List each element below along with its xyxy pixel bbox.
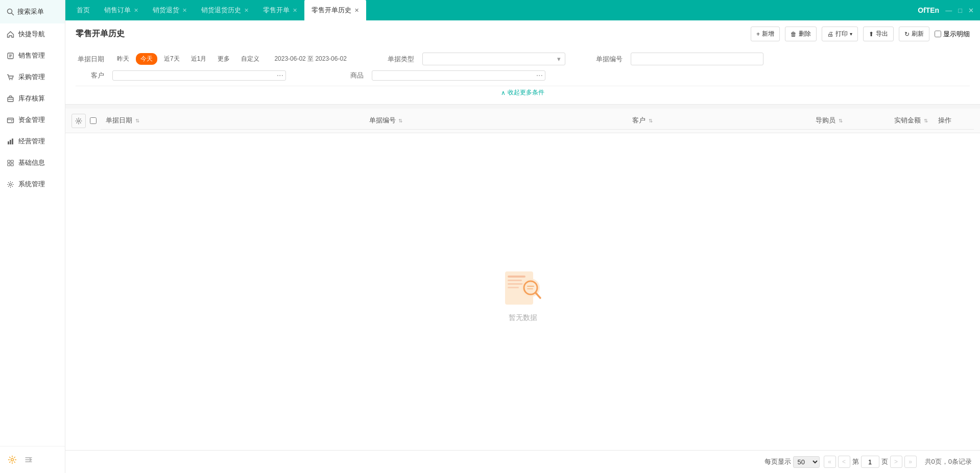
collapse-more-filters[interactable]: ∧ 收起更多条件 — [76, 86, 970, 99]
date-btn-yesterday[interactable]: 昨天 — [112, 53, 134, 65]
add-icon: + — [756, 31, 760, 38]
gear-icon — [6, 180, 14, 188]
table-wrapper: 单据日期 ⇅ 单据编号 ⇅ 客户 ⇅ — [65, 109, 980, 473]
col-action-label: 操作 — [938, 116, 951, 124]
refresh-button[interactable]: ↻ 刷新 — [899, 27, 929, 41]
per-page-label: 每页显示 — [764, 457, 791, 466]
svg-rect-17 — [8, 163, 10, 166]
sort-amount-icon[interactable]: ⇅ — [924, 118, 928, 123]
col-action: 操作 — [933, 112, 974, 130]
sort-number-icon[interactable]: ⇅ — [398, 118, 402, 123]
svg-rect-16 — [11, 160, 13, 163]
table-settings-icon[interactable] — [71, 114, 86, 128]
box-icon — [6, 94, 14, 103]
sort-customer-icon[interactable]: ⇅ — [649, 118, 653, 123]
product-filter-select[interactable]: ··· — [372, 70, 545, 81]
sidebar-search[interactable]: 搜索采单 — [0, 0, 65, 23]
sidebar-bottom — [0, 446, 65, 473]
chart-icon — [6, 137, 14, 145]
tab-label: 销货退货历史 — [201, 6, 241, 15]
window-minimize-icon[interactable]: — — [945, 7, 952, 14]
page-number-input[interactable] — [861, 456, 879, 468]
collapse-label: 收起更多条件 — [508, 88, 544, 97]
sidebar-item-purchase[interactable]: 采购管理 — [0, 66, 65, 88]
print-button[interactable]: 🖨 打印 ▾ — [822, 27, 858, 41]
tab-close-icon[interactable]: ✕ — [354, 7, 359, 14]
total-info: 共0页，0条记录 — [925, 457, 972, 466]
tab-close-icon[interactable]: ✕ — [134, 7, 138, 14]
sidebar-item-inventory[interactable]: 库存核算 — [0, 88, 65, 109]
page-header: 零售开单历史 + 新增 🗑 删除 🖨 打印 ▾ — [65, 20, 980, 105]
add-label: 新增 — [762, 30, 774, 38]
sort-guide-icon[interactable]: ⇅ — [839, 118, 843, 123]
collapse-sidebar-icon[interactable] — [22, 454, 35, 466]
last-page-btn[interactable]: » — [904, 456, 917, 468]
content-area: 零售开单历史 + 新增 🗑 删除 🖨 打印 ▾ — [65, 20, 980, 473]
sidebar-item-ops[interactable]: 经营管理 — [0, 131, 65, 152]
date-btn-more[interactable]: 更多 — [213, 53, 234, 65]
pagination-nav: « < 第 页 > » — [824, 456, 917, 468]
customer-select-value — [113, 73, 275, 78]
svg-rect-18 — [11, 163, 13, 166]
window-maximize-icon[interactable]: □ — [958, 7, 962, 14]
collapse-arrow-icon: ∧ — [501, 89, 506, 96]
add-button[interactable]: + 新增 — [751, 27, 780, 41]
per-page-selector: 每页显示 50 100 200 — [764, 456, 820, 468]
tab-close-icon[interactable]: ✕ — [244, 7, 249, 14]
select-all-checkbox[interactable] — [90, 117, 97, 124]
display-detail-toggle[interactable]: 显示明细 — [935, 30, 970, 39]
date-btn-7days[interactable]: 近7天 — [159, 53, 184, 65]
customer-filter-select[interactable]: ··· — [112, 70, 286, 81]
sidebar-item-sales[interactable]: 销售管理 — [0, 45, 65, 66]
settings-bottom-icon[interactable] — [6, 454, 18, 466]
number-filter-input[interactable] — [631, 53, 763, 65]
sort-date-icon[interactable]: ⇅ — [135, 118, 139, 123]
empty-state: 暂无数据 — [65, 133, 980, 450]
empty-text: 暂无数据 — [509, 313, 537, 322]
export-button[interactable]: ⬆ 导出 — [863, 27, 894, 41]
svg-line-32 — [536, 293, 540, 298]
svg-point-7 — [11, 79, 12, 80]
sidebar-item-finance[interactable]: 资金管理 — [0, 109, 65, 131]
export-icon: ⬆ — [869, 31, 874, 38]
tab-sales-return[interactable]: 销货退货 ✕ — [146, 0, 194, 20]
display-detail-checkbox[interactable] — [935, 31, 941, 37]
sidebar-item-label: 快捷导航 — [18, 30, 45, 39]
delete-button[interactable]: 🗑 删除 — [785, 27, 817, 41]
svg-rect-28 — [508, 283, 524, 285]
number-filter-label: 单据编号 — [594, 55, 623, 64]
tab-sales-order[interactable]: 销售订单 ✕ — [97, 0, 146, 20]
sidebar-item-basic[interactable]: 基础信息 — [0, 152, 65, 173]
tab-sales-return-history[interactable]: 销货退货历史 ✕ — [194, 0, 256, 20]
sidebar-item-quick-nav[interactable]: 快捷导航 — [0, 23, 65, 45]
export-label: 导出 — [876, 30, 888, 38]
tab-retail-open[interactable]: 零售开单 ✕ — [256, 0, 304, 20]
date-range-display: 2023-06-02 至 2023-06-02 — [274, 55, 346, 63]
tab-retail-history[interactable]: 零售开单历史 ✕ — [304, 0, 366, 20]
delete-icon: 🗑 — [791, 31, 797, 38]
tab-label: 销售订单 — [104, 6, 131, 15]
type-select-value — [423, 57, 553, 61]
first-page-btn[interactable]: « — [824, 456, 836, 468]
product-dots-icon[interactable]: ··· — [534, 71, 545, 80]
type-select-arrow-icon[interactable]: ▾ — [553, 53, 565, 65]
date-btn-today[interactable]: 今天 — [136, 53, 157, 65]
date-btn-1month[interactable]: 近1月 — [186, 53, 211, 65]
filter-row-customer: 客户 ··· 商品 ··· — [76, 70, 970, 81]
customer-dots-icon[interactable]: ··· — [275, 71, 285, 80]
tab-close-icon[interactable]: ✕ — [293, 7, 297, 14]
date-btn-custom[interactable]: 自定义 — [236, 53, 264, 65]
type-filter-select[interactable]: ▾ — [422, 53, 565, 65]
tab-label: 销货退货 — [153, 6, 179, 15]
tab-home[interactable]: 首页 — [69, 0, 97, 20]
col-amount-label: 实销金额 — [894, 116, 921, 124]
per-page-select[interactable]: 50 100 200 — [793, 456, 820, 468]
refresh-label: 刷新 — [912, 30, 924, 38]
prev-page-btn[interactable]: < — [838, 456, 850, 468]
window-close-icon[interactable]: ✕ — [968, 7, 974, 14]
tab-close-icon[interactable]: ✕ — [182, 7, 187, 14]
next-page-btn[interactable]: > — [890, 456, 902, 468]
tab-bar-right: OfTEn — □ ✕ — [918, 6, 976, 14]
sidebar-item-system[interactable]: 系统管理 — [0, 173, 65, 195]
svg-point-20 — [11, 459, 14, 461]
